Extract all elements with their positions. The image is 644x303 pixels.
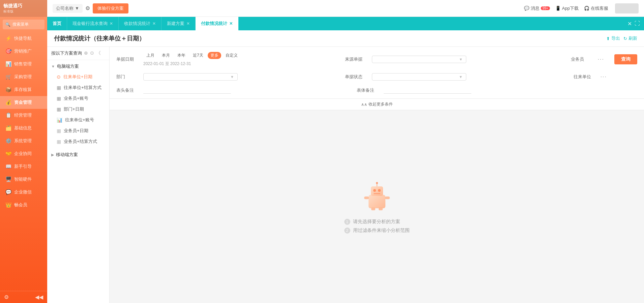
date-btn-custom[interactable]: 自定义 xyxy=(223,52,241,59)
dept-select[interactable]: ▼ xyxy=(143,73,238,81)
staff-dots-btn[interactable]: ··· xyxy=(598,56,604,62)
messages-btn[interactable]: 💬 消息 99+ xyxy=(524,5,550,11)
sidebar-item-basic[interactable]: 🗂️ 基础信息 xyxy=(0,122,47,134)
user-avatar[interactable] xyxy=(615,3,639,13)
svg-rect-10 xyxy=(385,196,390,199)
sidebar-item-enterprise[interactable]: 🤝 企业协同 xyxy=(0,147,47,160)
collapse-bar[interactable]: ∧∧ 收起更多条件 xyxy=(110,99,644,110)
search-icon: 🔍 xyxy=(5,22,10,27)
add-scheme-icon[interactable]: ⊕ xyxy=(84,50,88,56)
tab-new-scheme-close[interactable]: ✕ xyxy=(186,21,190,26)
sidebar-item-funds[interactable]: 💰 资金管理 xyxy=(0,96,47,109)
sidebar-search[interactable]: 🔍 搜索菜单 xyxy=(3,20,45,29)
doc-status-label: 单据状态 xyxy=(345,74,365,80)
topbar-settings-icon[interactable]: ⚙ xyxy=(85,5,90,11)
sidebar-logo-text: 畅捷通巧 xyxy=(3,3,22,9)
scheme-item-unit-account[interactable]: 📊 往来单位+账号 xyxy=(47,115,109,125)
table-body-note-input[interactable] xyxy=(384,87,471,94)
sidebar-item-wechat[interactable]: 💬 企业微信 xyxy=(0,186,47,199)
sidebar-nav: ⚡ 快捷导航 🎯 营销推广 📊 销售管理 🛒 采购管理 📦 库存核算 💰 资金管… xyxy=(0,32,47,291)
guide-icon: 📖 xyxy=(5,163,11,170)
tab-home-label: 首页 xyxy=(53,21,61,27)
sales-icon: 📊 xyxy=(5,61,11,67)
date-btn-last-month[interactable]: 上月 xyxy=(143,52,157,59)
staff-label: 业务员 xyxy=(571,56,591,62)
scheme-item-staff-account[interactable]: ▦ 业务员+账号 xyxy=(47,93,109,104)
scheme-item-unit-date[interactable]: ⊙ 往来单位+日期 xyxy=(47,71,109,82)
sidebar-item-label: 采购管理 xyxy=(14,74,32,80)
export-btn[interactable]: ⬆ 导出 xyxy=(606,35,620,41)
tab-close-all-btn[interactable]: ✕ xyxy=(627,21,632,27)
sidebar-item-system[interactable]: ⚙️ 系统管理 xyxy=(0,134,47,147)
sidebar-item-hardware[interactable]: 🖥️ 智能硬件 xyxy=(0,173,47,186)
sidebar-footer: ⚙ ◀◀ xyxy=(0,291,47,303)
sidebar-item-label: 经营管理 xyxy=(14,112,32,118)
source-doc-select[interactable]: ▼ xyxy=(372,56,466,63)
sidebar-version: 标准版 xyxy=(3,9,22,14)
collapse-sidebar-btn[interactable]: ◀◀ xyxy=(35,294,43,300)
empty-robot-icon xyxy=(360,180,394,213)
sidebar-item-label: 畅会员 xyxy=(14,202,27,208)
scheme-grid-icon5: ▦ xyxy=(57,139,61,144)
app-download-label: App下载 xyxy=(562,5,579,11)
export-label: 导出 xyxy=(611,35,620,41)
message-icon: 💬 xyxy=(524,6,529,11)
date-btn-this-month[interactable]: 本月 xyxy=(159,52,173,59)
date-btn-7days[interactable]: 近7天 xyxy=(190,52,206,59)
scheme-pc-group-title[interactable]: ▼ 电脑端方案 xyxy=(47,61,109,71)
sidebar-item-quick-nav[interactable]: ⚡ 快捷导航 xyxy=(0,32,47,45)
sidebar-item-marketing[interactable]: 🎯 营销推广 xyxy=(0,45,47,58)
date-btn-more[interactable]: 更多 xyxy=(208,52,221,59)
topbar-left: 公司名称 ▼ ⚙ 体验行业方案 xyxy=(53,3,128,13)
dept-arrow: ▼ xyxy=(230,75,234,79)
scheme-item-unit-settle[interactable]: ▦ 往来单位+结算方式 xyxy=(47,82,109,93)
scheme-item-staff-date[interactable]: ▦ 业务员+日期 xyxy=(47,125,109,136)
date-buttons: 上月 本月 本年 近7天 更多 自定义 xyxy=(143,52,241,59)
hardware-icon: 🖥️ xyxy=(5,176,11,182)
app-download-btn[interactable]: 📱 App下载 xyxy=(555,5,579,11)
scheme-settings-icon[interactable]: ⊙ xyxy=(90,50,94,56)
tab-payment-stat[interactable]: 付款情况统计 ✕ xyxy=(196,17,238,30)
query-btn[interactable]: 查询 xyxy=(614,54,637,64)
collapse-icon: ∧∧ xyxy=(361,102,367,107)
table-header-note-input[interactable] xyxy=(143,87,231,94)
tab-bank-flow[interactable]: 现金银行流水查询 ✕ xyxy=(67,17,119,30)
company-selector[interactable]: 公司名称 ▼ xyxy=(53,4,83,13)
related-unit-label: 往来单位 xyxy=(574,74,594,80)
sidebar-item-operations[interactable]: 📋 经营管理 xyxy=(0,109,47,122)
tab-new-scheme[interactable]: 新建方案 ✕ xyxy=(162,17,196,30)
sidebar-item-label: 企业协同 xyxy=(14,151,32,157)
refresh-btn[interactable]: ↻ 刷新 xyxy=(623,35,637,41)
sidebar-item-purchase[interactable]: 🛒 采购管理 xyxy=(0,70,47,83)
doc-status-select[interactable]: ▼ xyxy=(372,73,466,81)
page-content: 付款情况统计（往来单位＋日期） ⬆ 导出 ↻ 刷新 按以下方案查询 ⊕ xyxy=(47,30,644,303)
scheme-mobile-group-title[interactable]: ▶ 移动端方案 xyxy=(47,150,109,160)
tab-collection-label: 收款情况统计 xyxy=(124,21,150,27)
sidebar-item-member[interactable]: 👑 畅会员 xyxy=(0,199,47,211)
tab-home[interactable]: 首页 xyxy=(47,17,67,30)
member-icon: 👑 xyxy=(5,202,11,208)
tab-expand-btn[interactable]: ⛶ xyxy=(635,21,640,27)
empty-tip-2: 2 用过滤条件来缩小分析范围 xyxy=(344,228,410,234)
sidebar-item-guide[interactable]: 📖 新手引导 xyxy=(0,160,47,173)
sidebar-item-inventory[interactable]: 📦 库存核算 xyxy=(0,83,47,96)
svg-rect-8 xyxy=(379,208,383,210)
sidebar-item-sales[interactable]: 📊 销售管理 xyxy=(0,58,47,70)
tab-bank-flow-close[interactable]: ✕ xyxy=(110,21,113,26)
online-service-btn[interactable]: 🎧 在线客服 xyxy=(584,5,608,11)
tab-payment-close[interactable]: ✕ xyxy=(229,21,233,26)
tab-collection-stat[interactable]: 收款情况统计 ✕ xyxy=(119,17,162,30)
scheme-item-dept-date[interactable]: ▦ 部门+日期 xyxy=(47,104,109,115)
scheme-item-staff-settle[interactable]: ▦ 业务员+结算方式 xyxy=(47,136,109,147)
settings-footer-btn[interactable]: ⚙ xyxy=(4,294,9,300)
related-unit-dots-btn[interactable]: ··· xyxy=(601,74,607,80)
date-label: 单据日期 xyxy=(116,56,137,62)
system-icon: ⚙️ xyxy=(5,138,11,144)
inventory-icon: 📦 xyxy=(5,87,11,93)
tab-collection-close[interactable]: ✕ xyxy=(152,21,156,26)
tabbar-actions: ✕ ⛶ xyxy=(623,17,644,30)
sidebar-item-label: 库存核算 xyxy=(14,87,32,93)
trial-btn[interactable]: 体验行业方案 xyxy=(93,3,128,13)
collapse-scheme-icon[interactable]: 《 xyxy=(96,50,101,56)
date-btn-this-year[interactable]: 本年 xyxy=(174,52,188,59)
